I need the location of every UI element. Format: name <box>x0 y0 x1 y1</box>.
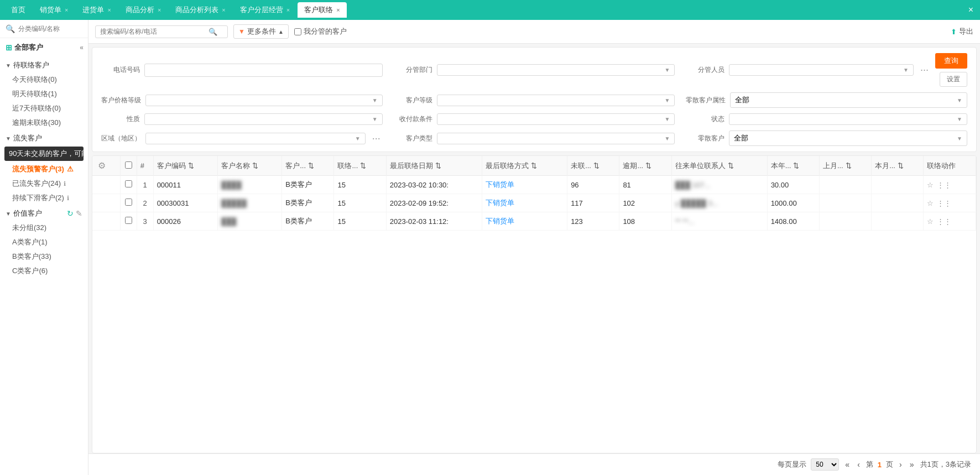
row-uncontacted: 123 <box>567 212 619 231</box>
tab-analysis-close[interactable]: × <box>158 7 161 13</box>
sidebar-item-decreasing[interactable]: 持续下滑客户(2) ℹ <box>0 191 88 205</box>
tab-customer-segment[interactable]: 客户分层经营 × <box>233 2 296 18</box>
row-last-contact-method[interactable]: 下销货单 <box>482 194 567 212</box>
sidebar-section-pending[interactable]: ▼ 待联络客户 <box>0 57 88 72</box>
last-contact-method-link[interactable]: 下销货单 <box>486 199 514 207</box>
filter-retail-select[interactable]: 全部 ▼ <box>729 131 967 146</box>
collapse-icon[interactable]: « <box>80 44 84 51</box>
filter-retail-attr-select[interactable]: 全部 ▼ <box>730 92 967 108</box>
query-button[interactable]: 查询 <box>935 53 967 69</box>
close-window-button[interactable]: × <box>968 5 973 15</box>
sidebar-all-customers[interactable]: ⊞ 全部客户 « <box>0 38 88 57</box>
sidebar-item-overdue[interactable]: 逾期未联络(30) <box>0 116 88 130</box>
refresh-icon[interactable]: ↻ <box>67 209 74 218</box>
sidebar-item-class-c[interactable]: C类客户(6) <box>0 264 88 278</box>
row-last-contact-method[interactable]: 下销货单 <box>482 212 567 231</box>
more-filter-button[interactable]: ▼ 更多条件 ▲ <box>233 24 289 39</box>
action-menu-icon[interactable]: ⋮⋮ <box>937 181 951 189</box>
filter-payment-select[interactable]: ▼ <box>437 113 675 125</box>
col-last-month[interactable]: 上月... ⇅ <box>819 156 871 176</box>
page-size-select[interactable]: 50 100 <box>811 458 839 471</box>
filter-price-level-select[interactable]: ▼ <box>145 95 383 106</box>
last-contact-method-link[interactable]: 下销货单 <box>486 180 514 189</box>
tab-customer-contact-label: 客户联络 <box>304 5 333 15</box>
action-star-icon[interactable]: ☆ <box>927 199 934 207</box>
tab-purchase-close[interactable]: × <box>107 7 111 13</box>
last-contact-method-link[interactable]: 下销货单 <box>486 217 514 225</box>
region-more-btn[interactable]: ··· <box>370 133 383 144</box>
filter-phone-input[interactable] <box>144 64 383 77</box>
col-code[interactable]: 客户编码 ⇅ <box>153 156 217 176</box>
tab-customer-contact[interactable]: 客户联络 × <box>298 2 346 18</box>
last-page-button[interactable]: » <box>908 460 916 469</box>
col-last-contact-date[interactable]: 最后联络日期 ⇅ <box>386 156 482 176</box>
col-customer-type[interactable]: 客户... ⇅ <box>282 156 334 176</box>
col-contact-sort: ⇅ <box>360 161 366 170</box>
sidebar-item-today[interactable]: 今天待联络(0) <box>0 72 88 87</box>
sidebar-item-already-lost[interactable]: 已流失客户(24) ℹ <box>0 176 88 191</box>
filter-nature-select[interactable]: ▼ <box>144 113 383 125</box>
tab-customer-contact-close[interactable]: × <box>336 7 340 13</box>
filter-nature-label: 性质 <box>101 114 140 124</box>
row-last-contact-method[interactable]: 下销货单 <box>482 176 567 194</box>
action-menu-icon[interactable]: ⋮⋮ <box>937 217 951 226</box>
col-last-contact-method[interactable]: 最后联络方式 ⇅ <box>482 156 567 176</box>
row-checkbox[interactable] <box>125 180 132 187</box>
table-row: 2 00030031 █████ B类客户 15 2023-02-09 19:5… <box>92 194 976 212</box>
col-code-sort: ⇅ <box>188 161 194 170</box>
filter-type-select[interactable]: ▼ <box>437 133 675 144</box>
filter-level-select[interactable]: ▼ <box>437 95 675 106</box>
tab-sales-close[interactable]: × <box>65 7 68 13</box>
tab-sales-label: 销货单 <box>40 5 61 15</box>
filter-dept-select[interactable]: ▼ <box>437 64 675 76</box>
export-button[interactable]: ⬆ 导出 <box>951 27 973 36</box>
edit-icon[interactable]: ✎ <box>76 209 82 218</box>
next-page-button[interactable]: › <box>898 460 904 469</box>
col-uncontacted[interactable]: 未联... ⇅ <box>567 156 619 176</box>
select-all-checkbox[interactable] <box>125 161 132 169</box>
row-action: ☆ ⋮⋮ <box>924 212 976 231</box>
settings-button[interactable]: 设置 <box>940 72 967 87</box>
col-settings[interactable]: ⚙ <box>92 156 120 176</box>
tab-analysis-list[interactable]: 商品分析列表 × <box>169 2 232 18</box>
sidebar-section-lost[interactable]: ▼ 流失客户 <box>0 130 88 145</box>
settings-gear-icon[interactable]: ⚙ <box>96 159 108 173</box>
my-customers-checkbox[interactable] <box>294 28 301 35</box>
main-layout: 🔍 ⊞ 全部客户 « ▼ 待联络客户 今天待联络(0) 明天待联络(1) 近7天… <box>0 20 980 475</box>
sidebar-item-lost-predicted[interactable]: 流失预警客户(3) ⚠ <box>0 162 88 176</box>
col-name[interactable]: 客户名称 ⇅ <box>217 156 282 176</box>
col-unit-contact[interactable]: 往来单位联系人 ⇅ <box>671 156 767 176</box>
tab-analysis[interactable]: 商品分析 × <box>119 2 168 18</box>
prev-page-button[interactable]: ‹ <box>856 460 862 469</box>
tab-home[interactable]: 首页 <box>4 2 32 18</box>
action-menu-icon[interactable]: ⋮⋮ <box>937 199 951 207</box>
sidebar-item-tomorrow[interactable]: 明天待联络(1) <box>0 87 88 101</box>
search-button-icon[interactable]: 🔍 <box>208 28 217 36</box>
row-checkbox[interactable] <box>125 199 132 206</box>
person-more-btn[interactable]: ··· <box>918 64 931 76</box>
sidebar-search-input[interactable] <box>18 25 88 33</box>
sidebar-item-class-a[interactable]: A类客户(1) <box>0 235 88 249</box>
sidebar-item-unsorted[interactable]: 未分组(32) <box>0 221 88 235</box>
filter-person-select[interactable]: ▼ <box>729 64 914 76</box>
action-star-icon[interactable]: ☆ <box>927 217 934 226</box>
tab-sales[interactable]: 销货单 × <box>33 2 75 18</box>
col-contact[interactable]: 联络... ⇅ <box>334 156 386 176</box>
tab-customer-segment-close[interactable]: × <box>286 7 290 13</box>
first-page-button[interactable]: « <box>843 460 851 469</box>
filter-region-select[interactable]: ▼ <box>145 133 366 144</box>
sidebar-item-week[interactable]: 近7天待联络(0) <box>0 101 88 116</box>
tab-analysis-list-close[interactable]: × <box>222 7 225 13</box>
row-checkbox[interactable] <box>125 217 132 224</box>
value-arrow: ▼ <box>6 211 11 217</box>
col-overdue[interactable]: 逾期... ⇅ <box>619 156 671 176</box>
action-star-icon[interactable]: ☆ <box>927 181 934 189</box>
filter-status-select[interactable]: ▼ <box>729 113 967 125</box>
tab-purchase[interactable]: 进货单 × <box>76 2 117 18</box>
search-input[interactable] <box>100 28 205 35</box>
sidebar-section-value[interactable]: ▼ 价值客户 ↻ ✎ <box>0 205 88 221</box>
sidebar-item-class-b[interactable]: B类客户(33) <box>0 249 88 264</box>
col-this-year[interactable]: 本年... ⇅ <box>767 156 819 176</box>
row-contact: 15 <box>334 176 386 194</box>
col-this-month[interactable]: 本月... ⇅ <box>872 156 924 176</box>
